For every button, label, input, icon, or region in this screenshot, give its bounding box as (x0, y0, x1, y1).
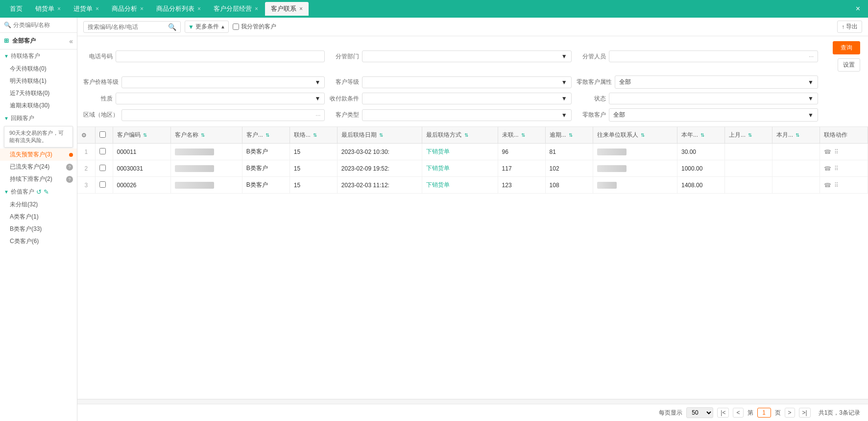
refresh-icon[interactable]: ↺ (36, 188, 42, 196)
col-uncontact[interactable]: 未联... ⇅ (498, 127, 545, 144)
status-select[interactable]: ▼ (609, 93, 818, 104)
tab-product-list[interactable]: 商品分析列表 × (150, 2, 207, 16)
my-customers-checkbox-label[interactable]: 我分管的客户 (233, 23, 276, 31)
search-input[interactable] (88, 24, 166, 30)
sidebar-all-customers[interactable]: ⊞ 全部客户 « (0, 33, 77, 50)
region-select[interactable]: ··· (121, 109, 325, 121)
row1-method[interactable]: 下销货单 (422, 144, 498, 160)
col-last-month[interactable]: 上月... ⇅ (724, 127, 772, 144)
price-level-select[interactable]: ▼ (121, 76, 325, 88)
tab-sales-close[interactable]: × (57, 5, 61, 12)
row2-more-icon[interactable]: ⠿ (834, 165, 839, 172)
window-close-button[interactable]: × (852, 4, 864, 13)
row2-overdue: 102 (545, 160, 593, 177)
row1-num: 1 (77, 144, 95, 160)
sidebar-item-class-c[interactable]: C类客户(6) (0, 235, 77, 248)
sort-icon-uncontact: ⇅ (521, 132, 525, 138)
col-type[interactable]: 客户... ⇅ (242, 127, 289, 144)
col-this-year[interactable]: 本年... ⇅ (677, 127, 724, 144)
col-liaison[interactable]: 往来单位联系人 ⇅ (593, 127, 677, 144)
tab-sales[interactable]: 销货单 × (29, 2, 67, 16)
tab-home[interactable]: 首页 (4, 2, 28, 16)
sidebar-group-value[interactable]: ▼ 价值客户 ↺ ✎ (0, 185, 77, 198)
customer-level-select[interactable]: ▼ (362, 76, 571, 88)
page-nav-prev[interactable]: < (733, 408, 743, 418)
tab-customer-contact[interactable]: 客户联系 × (265, 2, 309, 16)
dept-select[interactable]: ▼ (362, 50, 571, 62)
sidebar-item-ungroup[interactable]: 未分组(32) (0, 198, 77, 211)
nature-arrow: ▼ (314, 95, 320, 102)
tab-customer-tier-close[interactable]: × (255, 5, 258, 12)
tooltip-lost-customer: 90天未交易的客户，可能有流失风险。 (4, 126, 73, 148)
customer-type-select[interactable]: ▼ (362, 109, 571, 121)
sidebar-item-7days[interactable]: 近7天待联络(0) (0, 87, 77, 99)
per-page-select[interactable]: 50 100 (686, 407, 713, 418)
person-select[interactable]: ··· (609, 50, 818, 62)
sort-icon-year: ⇅ (700, 132, 704, 138)
search-submit-icon[interactable]: 🔍 (168, 23, 176, 31)
tab-product-analysis[interactable]: 商品分析 × (106, 2, 149, 16)
col-contact-count[interactable]: 联络... ⇅ (289, 127, 337, 144)
row2-contact-icon[interactable]: ☎ (824, 165, 831, 172)
sidebar-group-review[interactable]: ▼ 回顾客户 (0, 112, 77, 125)
tab-customer-contact-close[interactable]: × (299, 5, 303, 12)
edit-icon[interactable]: ✎ (44, 188, 49, 196)
sidebar-item-at-risk[interactable]: 流失预警客户(3) (0, 149, 77, 161)
row2-checkbox[interactable] (95, 160, 113, 177)
tab-purchase[interactable]: 进货单 × (68, 2, 105, 16)
page-nav-next[interactable]: > (785, 408, 795, 418)
row3-more-icon[interactable]: ⠿ (834, 182, 839, 189)
col-checkbox-all[interactable] (95, 127, 113, 144)
page-nav-first[interactable]: |< (717, 408, 729, 418)
nature-select[interactable]: ▼ (116, 93, 325, 104)
sort-icon-type: ⇅ (265, 132, 269, 138)
col-name[interactable]: 客户名称 ⇅ (170, 127, 242, 144)
sidebar-item-declining[interactable]: 持续下滑客户(2) ? (0, 173, 77, 185)
zero-retail-select[interactable]: 全部 ▼ (609, 108, 818, 122)
sidebar-item-class-a[interactable]: A类客户(1) (0, 211, 77, 223)
sidebar-item-tomorrow[interactable]: 明天待联络(1) (0, 75, 77, 87)
row2-type: B类客户 (242, 160, 289, 177)
row1-contact-icon[interactable]: ☎ (824, 149, 831, 155)
tab-customer-tier[interactable]: 客户分层经营 × (208, 2, 264, 16)
horizontal-scrollbar[interactable] (77, 399, 868, 404)
page-nav-last[interactable]: >| (799, 408, 811, 418)
row3-checkbox[interactable] (95, 177, 113, 194)
row1-liaison (593, 144, 677, 160)
row2-liaison (593, 160, 677, 177)
row2-method[interactable]: 下销货单 (422, 160, 498, 177)
col-this-month[interactable]: 本月... ⇅ (772, 127, 820, 144)
collapse-icon[interactable]: « (69, 37, 73, 45)
col-last-method[interactable]: 最后联络方式 ⇅ (422, 127, 498, 144)
zero-attr-select[interactable]: 全部 ▼ (615, 75, 818, 89)
phone-input[interactable] (116, 50, 325, 62)
col-code[interactable]: 客户编码 ⇅ (113, 127, 170, 144)
row1-more-icon[interactable]: ⠿ (834, 149, 839, 155)
query-button[interactable]: 查询 (833, 41, 860, 54)
row1-uncontact: 96 (498, 144, 545, 160)
sidebar-item-overdue-contact[interactable]: 逾期未联络(30) (0, 99, 77, 112)
tab-product-list-close[interactable]: × (197, 5, 201, 12)
tab-product-analysis-close[interactable]: × (140, 5, 144, 12)
row3-contact-icon[interactable]: ☎ (824, 182, 831, 189)
export-button[interactable]: ↑ 导出 (837, 21, 862, 33)
tab-purchase-close[interactable]: × (96, 5, 99, 12)
data-table: ⚙ 客户编码 ⇅ 客户名称 ⇅ 客户... ⇅ (77, 127, 868, 194)
sidebar-search-input[interactable] (13, 22, 73, 28)
settings-button[interactable]: 设置 (838, 58, 860, 72)
sidebar-group-pending[interactable]: ▼ 待联络客户 (0, 50, 77, 63)
sidebar-item-today[interactable]: 今天待联络(0) (0, 63, 77, 75)
payment-select[interactable]: ▼ (362, 93, 571, 104)
select-all-checkbox[interactable] (99, 131, 106, 138)
col-last-date[interactable]: 最后联络日期 ⇅ (337, 127, 422, 144)
sidebar-item-class-b[interactable]: B类客户(33) (0, 223, 77, 235)
row3-type: B类客户 (242, 177, 289, 194)
more-conditions-button[interactable]: ▼ 更多条件 ▲ (185, 21, 229, 33)
row1-checkbox[interactable] (95, 144, 113, 160)
col-settings[interactable]: ⚙ (77, 127, 95, 144)
content-area: 🔍 ▼ 更多条件 ▲ 我分管的客户 ↑ 导出 电话号码 (77, 18, 868, 421)
col-overdue[interactable]: 逾期... ⇅ (545, 127, 593, 144)
my-customers-checkbox[interactable] (233, 24, 239, 30)
sidebar-item-lost[interactable]: 已流失客户(24) ? (0, 161, 77, 173)
row3-method[interactable]: 下销货单 (422, 177, 498, 194)
